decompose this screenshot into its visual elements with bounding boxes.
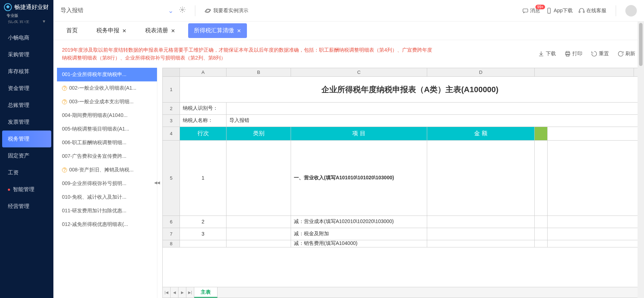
tabs: 首页 税务申报✕ 税表清册✕ 所得税汇算清缴✕: [53, 22, 644, 40]
avatar[interactable]: [625, 5, 637, 16]
gear-icon[interactable]: [179, 6, 186, 15]
form-item-11[interactable]: 012-减免所得税优惠明细表(...: [57, 218, 157, 231]
cell-e7[interactable]: [535, 228, 548, 240]
close-icon[interactable]: ✕: [171, 28, 175, 34]
cell-e8[interactable]: [535, 240, 548, 247]
cell-e5[interactable]: [535, 141, 548, 216]
form-item-7[interactable]: ?008-资产折旧、摊销及纳税...: [57, 163, 157, 177]
cell-c7[interactable]: 减：税金及附加: [291, 228, 427, 240]
row-head-5[interactable]: 5: [163, 141, 180, 216]
cell-b7[interactable]: [226, 228, 291, 240]
cell-d6[interactable]: [427, 216, 535, 228]
nav-item-0[interactable]: 批发管理▾: [0, 20, 53, 29]
form-item-3[interactable]: 004-期间费用明细表(A1040...: [57, 109, 157, 122]
form-item-6[interactable]: 007-广告费和业务宣传费跨...: [57, 150, 157, 163]
close-icon[interactable]: ✕: [122, 28, 127, 34]
sheet-corner[interactable]: [163, 68, 180, 76]
cell-d8[interactable]: [427, 240, 535, 247]
cell-b3[interactable]: 导入报错: [226, 115, 640, 127]
nav-item-2[interactable]: 采购管理: [0, 46, 53, 63]
cell-e6[interactable]: [535, 216, 548, 228]
sheet-title[interactable]: 企业所得税年度纳税申报表（A类）主表(A100000): [180, 77, 640, 103]
nav-item-7[interactable]: 税务管理: [2, 131, 51, 147]
col-head-b[interactable]: B: [226, 68, 291, 76]
cell-b2[interactable]: [226, 103, 640, 114]
collapse-handle[interactable]: ◀◀: [154, 176, 159, 190]
header-c[interactable]: 项 目: [291, 127, 427, 140]
nav-item-6[interactable]: 发票管理: [0, 114, 53, 131]
form-item-8[interactable]: 009-企业所得税弥补亏损明...: [57, 177, 157, 190]
breadcrumb: 导入报错: [61, 7, 84, 14]
cell-d7[interactable]: [427, 228, 535, 240]
cell-c6[interactable]: 减：营业成本(填写A102010\102020\103000): [291, 216, 427, 228]
tab-home[interactable]: 首页: [61, 23, 84, 38]
nav-item-9[interactable]: 工资: [0, 164, 53, 181]
chevron-down-icon[interactable]: ⌄: [168, 7, 173, 15]
sheet-nav-last[interactable]: ▶|: [186, 287, 194, 298]
form-item-1[interactable]: ?002-一般企业收入明细表(A1...: [57, 81, 157, 95]
header-a[interactable]: 行次: [180, 127, 226, 140]
nav-item-8[interactable]: 固定资产: [0, 147, 53, 164]
sheet-nav-first[interactable]: |◀: [163, 287, 171, 298]
spreadsheet: A B C D 1 企业所得税年度纳税申报表（A类）主表(A100000) 2: [162, 68, 640, 298]
cell-b5[interactable]: [226, 141, 291, 216]
sheet-nav-next[interactable]: ▶: [178, 287, 186, 298]
reset-button[interactable]: 重置: [591, 51, 609, 57]
download-button[interactable]: 下载: [538, 51, 556, 57]
support-button[interactable]: 在线客服: [578, 8, 606, 14]
row-head-7[interactable]: 7: [163, 228, 180, 240]
close-icon[interactable]: ✕: [237, 28, 241, 34]
nav-item-11[interactable]: 经营管理: [0, 198, 53, 215]
cell-a7[interactable]: 3: [180, 228, 226, 240]
header-d[interactable]: 金 额: [427, 127, 535, 140]
header-e[interactable]: [535, 127, 548, 140]
tab-1[interactable]: 税务申报✕: [91, 23, 132, 38]
form-item-4[interactable]: 005-纳税调整项目明细表(A1...: [57, 122, 157, 136]
col-head-c[interactable]: C: [291, 68, 427, 76]
app-download-button[interactable]: App下载: [546, 8, 573, 14]
nav-item-4[interactable]: 资金管理: [0, 80, 53, 97]
message-button[interactable]: 消息 99+: [522, 8, 540, 14]
nav-item-5[interactable]: 总账管理: [0, 97, 53, 114]
cell-c8[interactable]: 减：销售费用(填写A104000): [291, 240, 427, 247]
row-head-8[interactable]: 8: [163, 240, 180, 247]
sheet-nav-prev[interactable]: ◀: [171, 287, 178, 298]
row-head-4[interactable]: 4: [163, 127, 180, 140]
row-head-1[interactable]: 1: [163, 77, 180, 102]
header-b[interactable]: 类别: [226, 127, 291, 140]
headset-icon: [578, 8, 585, 14]
col-head-a[interactable]: A: [180, 68, 226, 76]
form-item-9[interactable]: 010-免税、减计收入及加计...: [57, 190, 157, 204]
cell-a3[interactable]: 纳税人名称：: [180, 115, 226, 127]
nav-item-10[interactable]: 智能管理: [0, 181, 53, 198]
print-button[interactable]: 打印: [564, 51, 582, 57]
header: 导入报错 ⌄ 我要看实例演示 消息 99+ App下载 在线客服: [53, 0, 644, 22]
cell-b8[interactable]: [226, 240, 291, 247]
question-icon: ?: [62, 86, 67, 91]
nav-item-3[interactable]: 库存核算: [0, 63, 53, 80]
form-item-5[interactable]: 006-职工薪酬纳税调整明细...: [57, 136, 157, 150]
refresh-button[interactable]: 刷新: [617, 51, 635, 57]
cell-d5[interactable]: [427, 141, 535, 216]
svg-point-3: [205, 9, 211, 13]
row-head-2[interactable]: 2: [163, 103, 180, 114]
cell-b6[interactable]: [226, 216, 291, 228]
cell-a2[interactable]: 纳税人识别号：: [180, 103, 226, 114]
row-head-6[interactable]: 6: [163, 216, 180, 228]
cell-a5[interactable]: 1: [180, 141, 226, 216]
cell-c5[interactable]: 一、营业收入(填写A101010\101020\103000): [291, 141, 427, 216]
nav-item-1[interactable]: 小畅电商: [0, 29, 53, 46]
demo-link[interactable]: 我要看实例演示: [205, 8, 248, 14]
cell-a8[interactable]: [180, 240, 226, 247]
tab-3[interactable]: 所得税汇算清缴✕: [188, 23, 247, 38]
form-item-0[interactable]: 001-企业所得税年度纳税申...: [57, 68, 157, 81]
form-item-2[interactable]: ?003-一般企业成本支出明细...: [57, 95, 157, 109]
row-head-3[interactable]: 3: [163, 115, 180, 127]
toolbar-row: 2019年度涉及取以前年度结转数据的申报表单元格需要手工维护正确，才能保证本年及…: [53, 40, 644, 68]
cell-a6[interactable]: 2: [180, 216, 226, 228]
tab-2[interactable]: 税表清册✕: [139, 23, 181, 38]
sheet-tab-main[interactable]: 主表: [194, 287, 218, 298]
form-item-10[interactable]: 011-研发费用加计扣除优惠...: [57, 204, 157, 218]
col-head-d[interactable]: D: [427, 68, 535, 76]
main-scrollbar[interactable]: [638, 22, 644, 298]
